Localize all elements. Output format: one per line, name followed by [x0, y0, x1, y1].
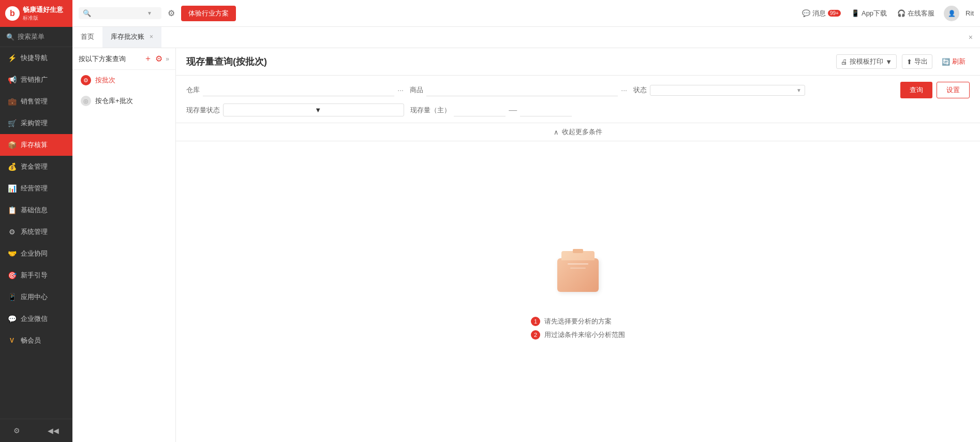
app-download-action[interactable]: 📱 App下载	[851, 9, 887, 18]
collapse-label: 收起更多条件	[562, 127, 602, 137]
inventory-status-dropdown[interactable]: ▼	[223, 104, 404, 116]
inventory-qty-filter: 现存量（主） —	[410, 104, 628, 116]
sidebar-item-enterprise[interactable]: 🤝 企业协同	[0, 243, 72, 264]
sidebar-item-apps[interactable]: 📱 应用中心	[0, 286, 72, 308]
warehouse-label: 仓库	[186, 85, 200, 95]
wechat-icon: 💬	[7, 314, 17, 323]
inventory-status-label: 现存量状态	[186, 106, 220, 115]
sidebar-item-label: 经营管理	[21, 184, 48, 193]
export-button[interactable]: ⬆ 导出	[902, 54, 932, 69]
sidebar-item-member[interactable]: V 畅会员	[0, 330, 72, 351]
product-dots[interactable]: ···	[621, 86, 627, 94]
empty-hint-1: 1 请先选择要分析的方案	[531, 317, 625, 326]
sidebar-item-label: 资金管理	[21, 162, 48, 171]
left-panel-item-warehouse-batch[interactable]: ◎ 按仓库+批次	[72, 91, 175, 111]
online-service-action[interactable]: 🎧 在线客服	[897, 9, 934, 18]
online-service-label: 在线客服	[908, 9, 934, 18]
sidebar-item-label: 基础信息	[21, 205, 48, 215]
topbar: 🔍 ▼ ⚙ 体验行业方案 💬 消息 99+ 📱 App下载 🎧 在线客服 👤 R…	[72, 0, 980, 27]
batch-item-label: 按批次	[95, 76, 115, 85]
status-label: 状态	[633, 85, 647, 95]
sidebar-item-label: 库存核算	[21, 140, 48, 150]
tab-close-icon[interactable]: ×	[150, 33, 153, 40]
collapse-bar[interactable]: ∧ 收起更多条件	[176, 123, 980, 141]
left-panel-header: 按以下方案查询 ＋ ⚙ »	[72, 48, 175, 70]
sidebar-item-system[interactable]: ⚙ 系统管理	[0, 221, 72, 243]
search-dropdown-arrow-icon[interactable]: ▼	[147, 10, 152, 16]
collapse-icon: ∧	[554, 128, 559, 136]
status-dropdown[interactable]: ▼	[650, 85, 805, 96]
sidebar-collapse-button[interactable]: ◀◀	[44, 423, 62, 438]
qty-dash: —	[509, 106, 517, 115]
left-panel-settings-icon[interactable]: ⚙	[155, 54, 162, 64]
tab-inventory-batch[interactable]: 库存批次账 ×	[102, 27, 161, 48]
left-panel-add-icon[interactable]: ＋	[144, 53, 152, 64]
close-all-icon: ×	[969, 33, 973, 41]
sidebar-footer: ⚙ ◀◀	[0, 419, 72, 442]
enterprise-icon: 🤝	[7, 249, 17, 258]
sidebar-search[interactable]: 🔍 搜索菜单	[0, 27, 72, 47]
empty-hint-1-text: 请先选择要分析的方案	[544, 317, 612, 326]
sidebar-item-label: 快捷导航	[21, 53, 48, 63]
sidebar-item-purchase[interactable]: 🛒 采购管理	[0, 112, 72, 134]
operations-icon: 📊	[7, 184, 17, 193]
product-input[interactable]	[426, 84, 618, 96]
topbar-search-box[interactable]: 🔍 ▼	[79, 7, 161, 19]
query-button[interactable]: 查询	[900, 82, 932, 98]
export-icon: ⬆	[907, 58, 912, 66]
left-panel: 按以下方案查询 ＋ ⚙ » ⚙ 按批次 ◎ 按仓库+批次	[72, 48, 176, 442]
tab-home[interactable]: 首页	[72, 27, 102, 48]
inventory-qty-max-input[interactable]	[520, 104, 572, 116]
sidebar-item-operations[interactable]: 📊 经营管理	[0, 178, 72, 199]
warehouse-input[interactable]	[203, 84, 394, 96]
sidebar-item-marketing[interactable]: 📢 营销推广	[0, 69, 72, 91]
trial-button[interactable]: 体验行业方案	[181, 6, 236, 21]
app-version: 标准版	[23, 14, 63, 22]
search-icon: 🔍	[83, 9, 91, 17]
left-panel-item-batch[interactable]: ⚙ 按批次	[72, 70, 175, 91]
product-label: 商品	[410, 85, 423, 95]
print-dropdown-arrow-icon[interactable]: ▼	[885, 58, 892, 66]
inventory-qty-label: 现存量（主）	[410, 106, 451, 115]
tab-bar: 首页 库存批次账 × ×	[72, 27, 980, 48]
sidebar-header: b 畅康通好生意 标准版	[0, 0, 72, 27]
settings-button[interactable]: 设置	[937, 82, 970, 98]
headset-icon: 🎧	[897, 9, 905, 17]
tab-close-all-button[interactable]: ×	[961, 33, 980, 41]
sidebar-item-basic[interactable]: 📋 基础信息	[0, 199, 72, 221]
sidebar-item-finance[interactable]: 💰 资金管理	[0, 156, 72, 178]
product-filter: 商品 ···	[410, 84, 627, 96]
app-download-label: App下载	[862, 9, 887, 18]
sidebar-settings-button[interactable]: ⚙	[10, 423, 23, 438]
apps-icon: 📱	[7, 292, 17, 302]
user-avatar[interactable]: 👤	[944, 6, 959, 21]
print-icon: 🖨	[841, 58, 848, 66]
empty-hint-2: 2 用过滤条件来缩小分析范围	[531, 330, 625, 340]
sidebar-search-label: 搜索菜单	[18, 32, 44, 41]
sidebar-item-wechat[interactable]: 💬 企业微信	[0, 308, 72, 330]
message-label: 消息	[812, 9, 826, 18]
warehouse-dots[interactable]: ···	[397, 86, 404, 94]
sidebar-item-quick[interactable]: ⚡ 快捷导航	[0, 47, 72, 69]
message-action[interactable]: 💬 消息 99+	[802, 9, 841, 18]
topbar-gear-icon[interactable]: ⚙	[168, 8, 175, 18]
sidebar-item-inventory[interactable]: 📦 库存核算	[0, 134, 72, 156]
home-tab-label: 首页	[81, 33, 94, 40]
sidebar-item-newbie[interactable]: 🎯 新手引导	[0, 264, 72, 286]
sidebar-item-label: 应用中心	[21, 292, 48, 302]
message-badge: 99+	[828, 10, 841, 17]
status-dropdown-arrow-icon: ▼	[796, 87, 801, 93]
filter-row-2: 现存量状态 ▼ 现存量（主） —	[186, 104, 970, 116]
sidebar-item-label: 企业微信	[21, 314, 48, 323]
inventory-status-dropdown-arrow-icon: ▼	[315, 106, 400, 114]
app-name: 畅康通好生意	[23, 5, 63, 14]
inventory-qty-min-input[interactable]	[454, 104, 506, 116]
sidebar-item-sales[interactable]: 💼 销售管理	[0, 91, 72, 112]
empty-illustration	[547, 244, 609, 306]
topbar-search-input[interactable]	[93, 10, 145, 17]
refresh-button[interactable]: 🔄 刷新	[938, 55, 970, 68]
left-panel-collapse-icon[interactable]: »	[166, 55, 169, 63]
print-button[interactable]: 🖨 按模板打印 ▼	[836, 54, 897, 69]
warehouse-filter: 仓库 ···	[186, 84, 404, 96]
warehouse-batch-item-icon: ◎	[81, 96, 91, 106]
